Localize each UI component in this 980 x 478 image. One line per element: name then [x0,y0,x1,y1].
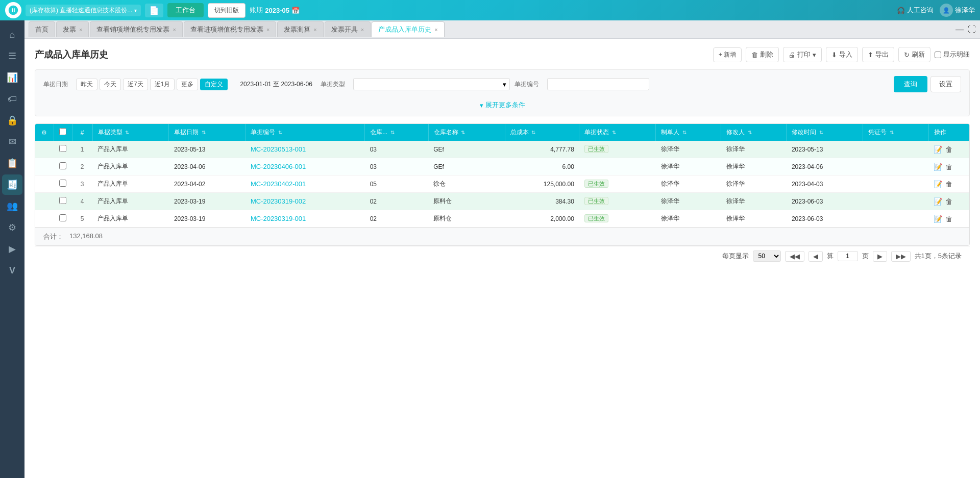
refresh-button[interactable]: ↻ 刷新 [898,47,930,62]
sidebar-item-v[interactable]: V [2,260,22,281]
sidebar-item-tag[interactable]: 🏷 [2,89,22,109]
row-doc-num-1[interactable]: MC-20230406-001 [246,158,365,175]
edit-btn-1[interactable]: 📝 [934,163,942,171]
row-checkbox-3[interactable] [59,197,66,204]
row-checkbox-4[interactable] [59,214,66,221]
row-checkbox-2[interactable] [59,180,66,187]
th-warehouse-code[interactable]: 仓库... ⇅ [365,124,428,141]
tab-close-product-inbound[interactable]: × [434,27,437,33]
document-icon[interactable]: 📄 [145,4,163,17]
row-doc-num-2[interactable]: MC-20230402-001 [246,175,365,193]
delete-btn-2[interactable]: 🗑 [945,180,952,188]
th-creator[interactable]: 制单人 ⇅ [656,124,721,141]
sidebar-item-play[interactable]: ▶ [2,239,22,259]
export-button[interactable]: ⬆ 导出 [862,47,894,62]
edit-btn-3[interactable]: 📝 [934,197,942,206]
settings-button[interactable]: 设置 [930,76,961,92]
doc-type-select[interactable]: 产品入库单 [353,78,510,90]
th-modify-time[interactable]: 修改时间 ⇅ [787,124,863,141]
switch-version-button[interactable]: 切到旧版 [208,3,246,18]
per-page-select[interactable]: 50 20 100 [753,250,781,262]
tab-invoice-calc[interactable]: 发票测算 × [277,21,323,37]
th-voucher-num[interactable]: 凭证号 ⇅ [863,124,928,141]
delete-btn-4[interactable]: 🗑 [945,215,952,223]
th-modifier[interactable]: 修改人 ⇅ [721,124,787,141]
doc-num-link-3[interactable]: MC-20230319-002 [251,197,306,205]
delete-btn-3[interactable]: 🗑 [945,197,952,206]
edit-btn-2[interactable]: 📝 [934,180,942,188]
new-button[interactable]: + 新增 [713,47,742,62]
doc-num-link-0[interactable]: MC-20230513-001 [251,145,306,153]
sidebar-item-chart[interactable]: 📊 [2,67,22,88]
tab-vat-purchase[interactable]: 查看进项增值税专用发票 × [184,21,276,37]
first-page-button[interactable]: ◀◀ [785,251,804,262]
tab-close-vat-sales[interactable]: × [173,27,176,33]
next-page-button[interactable]: ▶ [873,251,887,262]
tab-minimize-button[interactable]: — [955,25,964,34]
import-button[interactable]: ⬇ 导入 [826,47,858,62]
tab-vat-sales[interactable]: 查看销项增值税专用发票 × [90,21,182,37]
th-total-cost[interactable]: 总成本 ⇅ [505,124,579,141]
show-detail-label[interactable]: 显示明细 [935,50,970,59]
tab-close-invoice-issue[interactable]: × [361,27,364,33]
row-cb-2[interactable] [54,175,72,193]
user-area[interactable]: 👤 徐泽华 [940,4,975,17]
sidebar-item-settings[interactable]: ⚙ [2,217,22,238]
th-warehouse-name[interactable]: 仓库名称 ⇅ [428,124,505,141]
expand-conditions-button[interactable]: ▾ 展开更多条件 [480,100,525,110]
sidebar-item-docs[interactable]: ☰ [2,46,22,66]
delete-btn-0[interactable]: 🗑 [945,145,952,154]
last-page-button[interactable]: ▶▶ [891,251,911,262]
show-detail-checkbox[interactable] [935,52,941,58]
workspace-button[interactable]: 工作台 [167,3,204,17]
page-number-input[interactable] [838,251,858,261]
row-cb-1[interactable] [54,158,72,175]
delete-button[interactable]: 🗑 删除 [746,47,779,62]
tab-product-inbound[interactable]: 产成品入库单历史 × [372,21,444,37]
tab-maximize-button[interactable]: ⛶ [968,25,976,34]
sidebar-item-people[interactable]: 👥 [2,196,22,216]
doc-num-link-2[interactable]: MC-20230402-001 [251,180,306,188]
th-doc-date[interactable]: 单据日期 ⇅ [169,124,246,141]
tab-close-vat-purchase[interactable]: × [266,27,270,33]
prev-page-button[interactable]: ◀ [808,251,823,262]
row-cb-4[interactable] [54,210,72,228]
doc-num-input[interactable] [547,78,649,90]
th-settings[interactable]: ⚙ [35,124,54,141]
date-btn-yesterday[interactable]: 昨天 [76,79,97,90]
tab-invoice-issue[interactable]: 发票开具 × [325,21,371,37]
tab-close-invoice[interactable]: × [79,27,82,33]
sidebar-item-lock[interactable]: 🔒 [2,110,22,131]
th-doc-status[interactable]: 单据状态 ⇅ [579,124,656,141]
th-doc-type[interactable]: 单据类型 ⇅ [92,124,169,141]
th-doc-num[interactable]: 单据编号 ⇅ [246,124,365,141]
date-btn-more[interactable]: 更多 [177,79,198,90]
delete-btn-1[interactable]: 🗑 [945,163,952,171]
date-btn-today[interactable]: 今天 [100,79,121,90]
sidebar-item-home[interactable]: ⌂ [2,24,22,45]
doc-num-link-4[interactable]: MC-20230319-001 [251,215,306,222]
company-selector[interactable]: (库存核算) 直播轻速通信息技术股份... ▾ [26,5,141,16]
edit-btn-4[interactable]: 📝 [934,215,942,223]
row-cb-0[interactable] [54,141,72,158]
date-btn-custom[interactable]: 自定义 [200,79,228,90]
row-checkbox-0[interactable] [59,145,66,152]
edit-btn-0[interactable]: 📝 [934,145,942,154]
date-btn-1month[interactable]: 近1月 [150,79,175,90]
select-all-checkbox[interactable] [59,128,66,135]
row-checkbox-1[interactable] [59,162,66,169]
sidebar-item-clipboard[interactable]: 📋 [2,153,22,173]
calendar-icon[interactable]: 📅 [291,7,300,14]
row-cb-3[interactable] [54,193,72,210]
tab-invoice[interactable]: 发票 × [56,21,89,37]
query-button[interactable]: 查询 [894,76,927,92]
sidebar-item-receipt[interactable]: 🧾 [2,174,22,195]
row-doc-num-3[interactable]: MC-20230319-002 [246,193,365,210]
doc-num-link-1[interactable]: MC-20230406-001 [251,163,306,170]
tab-home[interactable]: 首页 [29,21,55,37]
sidebar-item-mail[interactable]: ✉ [2,132,22,152]
support-button[interactable]: 🎧 人工咨询 [897,6,934,15]
date-btn-7days[interactable]: 近7天 [123,79,148,90]
row-doc-num-0[interactable]: MC-20230513-001 [246,141,365,158]
row-doc-num-4[interactable]: MC-20230319-001 [246,210,365,228]
